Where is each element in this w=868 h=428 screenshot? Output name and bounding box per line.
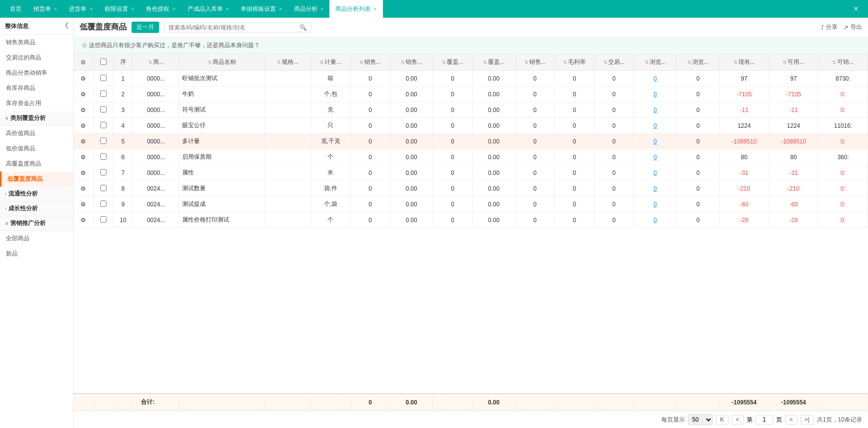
sales2-col-header[interactable]: ⇅销售... xyxy=(390,54,433,71)
sidebar-group-liquidity[interactable]: › 流通性分析 xyxy=(0,187,73,201)
sidebar-group-growth[interactable]: › 成长性分析 xyxy=(0,201,73,216)
sidebar-group-marketing[interactable]: ∨ 营销推广分析 xyxy=(0,216,73,231)
row-checkbox-9[interactable] xyxy=(100,216,107,223)
checkbox-cell[interactable] xyxy=(93,71,113,86)
checkbox-cell[interactable] xyxy=(93,102,113,118)
nav-template-settings[interactable]: 单据模板设置 × xyxy=(235,0,288,18)
browse1-cell[interactable]: 0 xyxy=(634,165,677,181)
checkbox-cell[interactable] xyxy=(93,165,113,181)
coverage2-col-header[interactable]: ⇅覆盖... xyxy=(472,54,515,71)
close-sales-order-icon[interactable]: × xyxy=(54,6,57,12)
checkbox-cell[interactable] xyxy=(93,86,113,102)
search-input[interactable] xyxy=(168,24,299,31)
coverage1-col-header[interactable]: ⇅覆盖... xyxy=(433,54,473,71)
browse2-col-header[interactable]: ⇅浏览... xyxy=(677,54,719,71)
window-close-button[interactable]: × xyxy=(848,4,864,13)
sidebar-item-inventory-goods[interactable]: 有库存商品 xyxy=(0,81,73,96)
close-permission-settings-icon[interactable]: × xyxy=(131,6,134,12)
checkbox-cell[interactable] xyxy=(93,197,113,212)
nav-goods-analysis-list[interactable]: 商品分析列表 × xyxy=(329,0,382,18)
saleable-col-header[interactable]: ⇅可销... xyxy=(818,54,868,71)
row-checkbox-4[interactable] xyxy=(100,138,107,144)
settings-cell[interactable]: ⚙ xyxy=(74,118,93,134)
row-checkbox-5[interactable] xyxy=(100,153,107,160)
export-button[interactable]: ↗ 导出 xyxy=(843,23,862,31)
unit-col-header[interactable]: ⇅计量... xyxy=(311,54,351,71)
sidebar-item-low-coverage[interactable]: 低覆盖度商品 xyxy=(0,171,73,187)
settings-cell[interactable]: ⚙ xyxy=(74,71,93,86)
row-checkbox-3[interactable] xyxy=(100,122,107,128)
checkbox-cell[interactable] xyxy=(93,181,113,197)
sidebar-item-inventory-capital[interactable]: 库存资金占用 xyxy=(0,96,73,111)
browse1-cell[interactable]: 0 xyxy=(634,212,677,228)
gross-rate-col-header[interactable]: ⇅毛利率 xyxy=(555,54,595,71)
prev-page-button[interactable]: < xyxy=(732,415,744,425)
nav-goods-analysis[interactable]: 商品分析 × xyxy=(288,0,329,18)
select-all-checkbox[interactable] xyxy=(100,58,107,65)
settings-cell[interactable]: ⚙ xyxy=(74,181,93,197)
settings-cell[interactable]: ⚙ xyxy=(74,134,93,149)
sidebar-item-traded-goods[interactable]: 交易过的商品 xyxy=(0,50,73,65)
sidebar-item-sales-category[interactable]: 销售类商品 xyxy=(0,35,73,50)
browse1-cell[interactable]: 0 xyxy=(634,181,677,197)
browse1-cell[interactable]: 0 xyxy=(634,86,677,102)
browse1-cell[interactable]: 0 xyxy=(634,149,677,165)
checkbox-cell[interactable] xyxy=(93,118,113,134)
settings-cell[interactable]: ⚙ xyxy=(74,165,93,181)
filter-recent-month-button[interactable]: 近一月 xyxy=(132,22,159,33)
settings-cell[interactable]: ⚙ xyxy=(74,212,93,228)
close-role-auth-icon[interactable]: × xyxy=(172,6,175,12)
nav-permission-settings[interactable]: 权限设置 × xyxy=(99,0,140,18)
browse1-cell[interactable]: 0 xyxy=(634,134,677,149)
sidebar-item-low-value[interactable]: 低价值商品 xyxy=(0,141,73,156)
row-checkbox-0[interactable] xyxy=(100,75,107,81)
name-col-header[interactable]: ⇅商品名称 xyxy=(179,54,265,71)
available-col-header[interactable]: ⇅可用... xyxy=(769,54,818,71)
browse1-cell[interactable]: 0 xyxy=(634,118,677,134)
checkbox-col-header[interactable] xyxy=(93,54,113,71)
settings-cell[interactable]: ⚙ xyxy=(74,197,93,212)
browse1-cell[interactable]: 0 xyxy=(634,197,677,212)
checkbox-cell[interactable] xyxy=(93,212,113,228)
sidebar-item-high-coverage[interactable]: 高覆盖度商品 xyxy=(0,156,73,171)
settings-cell[interactable]: ⚙ xyxy=(74,149,93,165)
page-size-select[interactable]: 50 20 100 200 xyxy=(688,414,713,425)
last-page-button[interactable]: >| xyxy=(800,415,814,425)
row-checkbox-2[interactable] xyxy=(100,106,107,113)
sidebar-item-high-value[interactable]: 高价值商品 xyxy=(0,126,73,141)
current-col-header[interactable]: ⇅现有... xyxy=(719,54,769,71)
sidebar-group-coverage-analysis[interactable]: ∨ 类别覆盖分析 xyxy=(0,111,73,126)
nav-product-inbound[interactable]: 产成品入库单 × xyxy=(182,0,235,18)
close-template-settings-icon[interactable]: × xyxy=(279,6,282,12)
first-page-button[interactable]: K xyxy=(716,415,729,425)
sidebar-item-all-goods[interactable]: 全部商品 xyxy=(0,231,73,246)
next-page-button[interactable]: > xyxy=(785,415,797,425)
close-purchase-order-icon[interactable]: × xyxy=(89,6,92,12)
checkbox-cell[interactable] xyxy=(93,134,113,149)
close-goods-analysis-icon[interactable]: × xyxy=(321,6,324,12)
sidebar-collapse-button[interactable]: 《 xyxy=(61,22,68,30)
settings-cell[interactable]: ⚙ xyxy=(74,86,93,102)
close-goods-analysis-list-icon[interactable]: × xyxy=(374,6,377,12)
row-checkbox-1[interactable] xyxy=(100,90,107,97)
nav-purchase-order[interactable]: 进货单 × xyxy=(63,0,98,18)
close-product-inbound-icon[interactable]: × xyxy=(226,6,229,12)
code-col-header[interactable]: ⇅商... xyxy=(133,54,179,71)
settings-cell[interactable]: ⚙ xyxy=(74,102,93,118)
sales1-col-header[interactable]: ⇅销售... xyxy=(351,54,390,71)
nav-home[interactable]: 首页 xyxy=(4,0,27,18)
browse1-cell[interactable]: 0 xyxy=(634,71,677,86)
row-checkbox-8[interactable] xyxy=(100,200,107,207)
checkbox-cell[interactable] xyxy=(93,149,113,165)
sidebar-item-new-goods[interactable]: 新品 xyxy=(0,246,73,261)
row-checkbox-6[interactable] xyxy=(100,169,107,175)
row-checkbox-7[interactable] xyxy=(100,185,107,191)
nav-role-auth[interactable]: 角色授权 × xyxy=(140,0,181,18)
browse1-col-header[interactable]: ⇅浏览... xyxy=(634,54,677,71)
share-button[interactable]: ⤴ 分享 xyxy=(821,23,838,31)
page-number-input[interactable] xyxy=(756,415,773,425)
browse1-cell[interactable]: 0 xyxy=(634,102,677,118)
settings-col-header[interactable]: ⚙ xyxy=(74,54,93,71)
sidebar-item-goods-dynamic[interactable]: 商品分类动销率 xyxy=(0,65,73,81)
nav-sales-order[interactable]: 销货单 × xyxy=(27,0,63,18)
